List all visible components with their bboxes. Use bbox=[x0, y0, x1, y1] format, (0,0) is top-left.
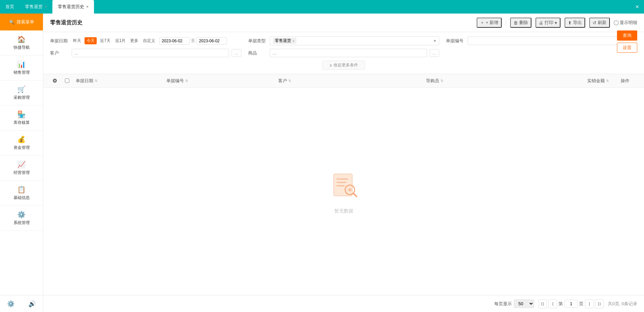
filter-row-1: 单据日期 昨天 今天 近7天 近1月 更多 自定义 至 bbox=[50, 36, 637, 45]
th-num[interactable]: 单据编号 ⇅ bbox=[164, 78, 276, 84]
show-detail-checkbox[interactable] bbox=[614, 21, 618, 25]
delete-button[interactable]: 🗑 删除 bbox=[510, 18, 531, 28]
sidebar-item-inventory[interactable]: 🏪库存核算 bbox=[0, 106, 43, 131]
new-button[interactable]: ＋ + 新增 bbox=[477, 18, 502, 28]
th-amount[interactable]: 实销金额 ⇅ bbox=[535, 78, 612, 84]
query-setting-panel: 查询 设置 bbox=[617, 30, 637, 53]
tab-list: 首页零售退货×零售退货历史× bbox=[0, 0, 630, 14]
sidebar-label-inventory: 库存核算 bbox=[14, 120, 30, 126]
export-button[interactable]: ⬆ 导出 bbox=[565, 18, 585, 28]
type-select-arrow: ▾ bbox=[434, 38, 436, 43]
goods-ellipsis-button[interactable]: ... bbox=[430, 49, 439, 57]
sidebar-item-finance[interactable]: 💰资金管理 bbox=[0, 131, 43, 156]
query-button[interactable]: 查询 bbox=[617, 30, 637, 41]
th-num-sort-icon: ⇅ bbox=[185, 79, 188, 83]
setting-button[interactable]: 设置 bbox=[617, 43, 637, 53]
page-next-button[interactable]: ⟩ bbox=[585, 299, 594, 308]
date-from-input[interactable] bbox=[159, 37, 190, 45]
date-to-input[interactable] bbox=[196, 37, 227, 45]
type-tag-select[interactable]: 零售退货 × ▾ bbox=[270, 36, 439, 45]
svg-rect-2 bbox=[336, 182, 347, 183]
date-opt-more[interactable]: 更多 bbox=[129, 37, 140, 44]
date-filter-label: 单据日期 bbox=[50, 38, 69, 44]
th-date-sort-icon: ⇅ bbox=[95, 79, 97, 83]
sidebar-item-purchase-mgmt[interactable]: 🛒采购管理 bbox=[0, 81, 43, 106]
sidebar-item-system[interactable]: ⚙️系统管理 bbox=[0, 206, 43, 231]
tab-home[interactable]: 首页 bbox=[0, 0, 20, 14]
page-title: 零售退货历史 bbox=[50, 19, 82, 26]
sidebar-icon-operation: 📈 bbox=[17, 160, 26, 169]
sidebar-icon-purchase-mgmt: 🛒 bbox=[17, 85, 26, 93]
date-opt-today[interactable]: 今天 bbox=[85, 37, 97, 44]
print-button[interactable]: 🖨 打印 ▾ bbox=[535, 18, 560, 28]
window-close-button[interactable]: × bbox=[630, 0, 644, 14]
top-bar: 首页零售退货×零售退货历史× × bbox=[0, 0, 644, 14]
sidebar-item-basic-info[interactable]: 📋基础信息 bbox=[0, 181, 43, 206]
th-checkbox[interactable] bbox=[61, 79, 73, 83]
date-opt-1month[interactable]: 近1月 bbox=[114, 37, 127, 44]
sidebar-item-quick-nav[interactable]: 🏠快捷导航 bbox=[0, 30, 43, 55]
customer-ellipsis-button[interactable]: ... bbox=[232, 49, 241, 57]
settings-icon[interactable]: ⚙️ bbox=[7, 300, 15, 308]
th-amount-label: 实销金额 bbox=[587, 78, 605, 84]
customer-filter-label: 客户 bbox=[50, 50, 69, 56]
goods-filter-label: 商品 bbox=[248, 50, 267, 56]
trash-icon: 🗑 bbox=[514, 20, 518, 25]
sidebar-icon-quick-nav: 🏠 bbox=[17, 35, 26, 43]
th-guide[interactable]: 导购员 ⇅ bbox=[423, 78, 535, 84]
date-options: 昨天 今天 近7天 近1月 更多 自定义 bbox=[72, 37, 157, 44]
customer-filter: 客户 ... bbox=[50, 49, 241, 57]
sidebar-item-operation[interactable]: 📈经营管理 bbox=[0, 156, 43, 181]
page-size-dropdown[interactable]: 50 100 200 bbox=[514, 299, 534, 308]
tab-close-retail-return[interactable]: × bbox=[45, 4, 47, 9]
select-all-checkbox[interactable] bbox=[65, 79, 69, 83]
sidebar-label-finance: 资金管理 bbox=[14, 145, 30, 151]
sidebar-label-quick-nav: 快捷导航 bbox=[14, 45, 30, 50]
th-gear[interactable]: ⚙ bbox=[49, 77, 61, 84]
volume-icon[interactable]: 🔊 bbox=[28, 300, 36, 308]
th-num-label: 单据编号 bbox=[166, 78, 184, 84]
sidebar-label-sales-mgmt: 销售管理 bbox=[14, 70, 30, 75]
show-detail-checkbox-label[interactable]: 显示明细 bbox=[614, 20, 637, 26]
page-first-button[interactable]: ⟨⟨ bbox=[538, 299, 547, 308]
date-opt-7days[interactable]: 近7天 bbox=[99, 37, 112, 44]
divider bbox=[506, 20, 506, 25]
th-date[interactable]: 单据日期 ⇅ bbox=[73, 78, 164, 84]
collapse-button[interactable]: ∧ 收起更多条件 bbox=[322, 61, 365, 70]
date-opt-yesterday[interactable]: 昨天 bbox=[72, 37, 82, 44]
content-area: 零售退货历史 ＋ + 新增 🗑 删除 🖨 打印 ▾ ⬆ 导 bbox=[43, 14, 644, 312]
refresh-icon: ↺ bbox=[593, 20, 596, 25]
th-amount-sort-icon: ⇅ bbox=[606, 79, 609, 83]
main-layout: 🔍 搜索菜单 🏠快捷导航📊销售管理🛒采购管理🏪库存核算💰资金管理📈经营管理📋基础… bbox=[0, 14, 644, 312]
th-date-label: 单据日期 bbox=[76, 78, 93, 84]
tab-retail-return[interactable]: 零售退货× bbox=[20, 0, 52, 14]
page-unit: 页 bbox=[579, 301, 583, 307]
sidebar-icon-system: ⚙️ bbox=[17, 210, 26, 219]
svg-rect-1 bbox=[336, 178, 348, 180]
page-number-input[interactable] bbox=[564, 300, 578, 308]
th-customer[interactable]: 客户 ⇅ bbox=[276, 78, 423, 84]
search-menu-button[interactable]: 🔍 搜索菜单 bbox=[0, 14, 43, 30]
goods-filter-input[interactable] bbox=[270, 49, 427, 57]
page-size-select: 每页显示 50 100 200 bbox=[494, 299, 534, 308]
page-nav: ⟨⟨ ⟨ 第 页 ⟩ ⟩⟩ bbox=[538, 299, 604, 308]
pagination-bar: 每页显示 50 100 200 ⟨⟨ ⟨ 第 页 ⟩ ⟩⟩ 共0页, 0 bbox=[43, 295, 644, 312]
type-tag-close[interactable]: × bbox=[292, 39, 294, 43]
page-label: 第 bbox=[558, 301, 563, 307]
refresh-button[interactable]: ↺ 刷新 bbox=[589, 18, 610, 28]
collapse-bar: ∧ 收起更多条件 bbox=[50, 61, 637, 70]
page-last-button[interactable]: ⟩⟩ bbox=[595, 299, 604, 308]
page-prev-button[interactable]: ⟨ bbox=[548, 299, 557, 308]
header-actions: ＋ + 新增 🗑 删除 🖨 打印 ▾ ⬆ 导出 ↺ bbox=[477, 18, 637, 28]
sidebar-item-sales-mgmt[interactable]: 📊销售管理 bbox=[0, 55, 43, 81]
tab-retail-return-history[interactable]: 零售退货历史× bbox=[52, 0, 94, 14]
svg-point-6 bbox=[348, 188, 352, 192]
num-filter-input[interactable] bbox=[468, 37, 637, 45]
table-wrapper: ⚙ 单据日期 ⇅ 单据编号 ⇅ 客户 ⇅ 导购员 ⇅ bbox=[43, 74, 644, 312]
customer-filter-input[interactable] bbox=[72, 49, 229, 57]
svg-rect-3 bbox=[336, 185, 345, 186]
tab-close-retail-return-history[interactable]: × bbox=[86, 4, 89, 9]
date-opt-custom[interactable]: 自定义 bbox=[142, 37, 157, 44]
num-filter-label: 单据编号 bbox=[446, 38, 465, 44]
print-chevron-icon: ▾ bbox=[555, 20, 557, 25]
